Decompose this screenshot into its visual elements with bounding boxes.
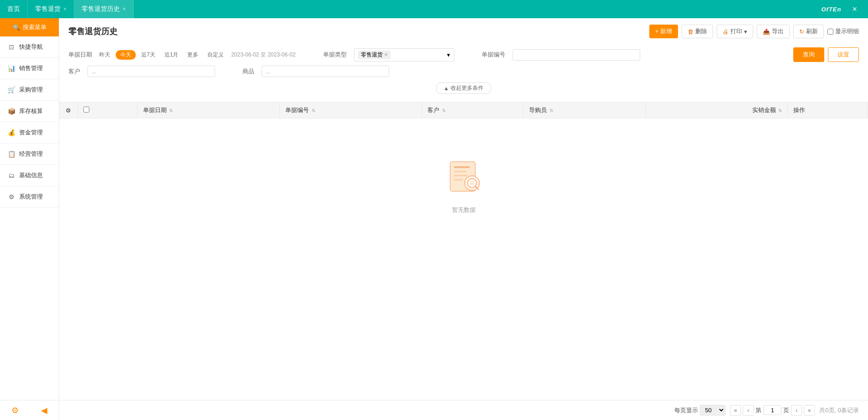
empty-illustration: [441, 155, 487, 200]
first-page-button[interactable]: «: [730, 405, 741, 416]
date-btn-yesterday[interactable]: 昨天: [96, 50, 114, 60]
th-gear[interactable]: ⚙: [59, 102, 77, 118]
date-btn-today[interactable]: 今天: [116, 50, 136, 60]
delete-button[interactable]: 🗑 删除: [682, 25, 713, 38]
main-layout: 🔍 搜索菜单 ⊡ 快捷导航 📊 销售管理 🛒 采购管理 📦 库存核算 💰: [0, 18, 868, 420]
empty-text: 暂无数据: [452, 206, 476, 214]
query-button[interactable]: 查询: [793, 47, 824, 62]
tab-list: 首页 零售退货 × 零售退货历史 ×: [0, 0, 134, 18]
prev-page-button[interactable]: ‹: [743, 405, 754, 416]
date-btn-custom[interactable]: 自定义: [204, 50, 227, 60]
filter-area: 单据日期 昨天 今天 近7天 近1月 更多 自定义 2023-06-02 至 2…: [68, 43, 859, 102]
setting-button[interactable]: 设置: [828, 47, 859, 62]
type-filter-item: 单据类型 零售退货 × ▾: [323, 48, 454, 61]
window-close-button[interactable]: ×: [848, 5, 861, 14]
tab-retail-return-history-close[interactable]: ×: [123, 6, 126, 12]
sidebar-item-management-label: 经营管理: [19, 150, 43, 158]
date-btn-1month[interactable]: 近1月: [161, 50, 182, 60]
sidebar-item-management[interactable]: 📋 经营管理: [0, 143, 59, 165]
sidebar-search-button[interactable]: 🔍 搜索菜单: [0, 18, 59, 36]
delete-button-label: 删除: [695, 27, 707, 36]
th-customer[interactable]: 客户 ⇅: [422, 102, 524, 118]
tab-home[interactable]: 首页: [0, 0, 28, 18]
page-title-row: 零售退货历史 + 新增 🗑 删除 🖨 打印 ▾ 📤: [68, 25, 859, 38]
query-button-label: 查询: [803, 51, 815, 59]
th-checkbox: [77, 102, 137, 118]
goods-filter-select[interactable]: ...: [262, 66, 389, 77]
doc-no-filter-item: 单据编号: [482, 49, 640, 61]
th-customer-label: 客户: [427, 107, 439, 113]
collapse-bar: ▲ 收起更多条件: [68, 81, 859, 96]
delete-icon: 🗑: [688, 28, 693, 35]
new-button[interactable]: + 新增: [649, 25, 678, 38]
empty-state: 暂无数据: [59, 118, 868, 251]
content-area: 零售退货历史 + 新增 🗑 删除 🖨 打印 ▾ 📤: [59, 18, 868, 420]
tab-retail-return-close[interactable]: ×: [63, 6, 67, 12]
export-button[interactable]: 📤 导出: [757, 25, 790, 38]
total-records-info: 共0页, 0条记录: [819, 406, 859, 415]
refresh-button[interactable]: ↻ 刷新: [793, 25, 824, 38]
goods-filter-label: 商品: [242, 67, 254, 76]
info-icon: 🗂: [7, 171, 15, 179]
data-table: ⚙ 单据日期 ⇅ 单据编号 ⇅ 客户: [59, 102, 868, 118]
query-setting-buttons: 查询 设置: [793, 47, 859, 62]
svg-rect-3: [454, 175, 467, 176]
page-number-input[interactable]: [763, 405, 781, 415]
sidebar-item-finance[interactable]: 💰 资金管理: [0, 122, 59, 143]
type-tag-text: 零售退货: [361, 51, 383, 59]
sidebar-item-home-label: 快捷导航: [19, 43, 43, 51]
doc-no-input[interactable]: [513, 49, 640, 61]
sidebar-gear-button[interactable]: ⚙: [11, 405, 19, 415]
print-button[interactable]: 🖨 打印 ▾: [717, 25, 753, 38]
next-page-button[interactable]: ›: [791, 405, 802, 416]
customer-filter-item: 客户 ...: [68, 66, 215, 77]
page-size-dropdown[interactable]: 50 10 20 100: [700, 405, 725, 415]
customer-filter-select[interactable]: ...: [87, 66, 215, 77]
brand-label: OfTEn: [821, 6, 841, 13]
sidebar-item-sales[interactable]: 📊 销售管理: [0, 58, 59, 79]
th-amount[interactable]: 实销金额 ⇅: [645, 102, 787, 118]
th-date[interactable]: 单据日期 ⇅: [137, 102, 279, 118]
sidebar-item-purchase[interactable]: 🛒 采购管理: [0, 79, 59, 101]
tab-retail-return-history[interactable]: 零售退货历史 ×: [74, 0, 134, 18]
customer-placeholder: ...: [92, 68, 97, 75]
type-tag-close[interactable]: ×: [385, 51, 388, 58]
th-date-label: 单据日期: [143, 107, 167, 113]
date-filter-item: 单据日期 昨天 今天 近7天 近1月 更多 自定义 2023-06-02 至 2…: [68, 50, 296, 60]
tab-retail-return[interactable]: 零售退货 ×: [28, 0, 74, 18]
sidebar-item-inventory[interactable]: 📦 库存核算: [0, 101, 59, 122]
svg-rect-4: [454, 179, 463, 180]
guide-sort-icon: ⇅: [550, 108, 553, 113]
sidebar-item-home[interactable]: ⊡ 快捷导航: [0, 36, 59, 58]
sidebar-item-basic-info[interactable]: 🗂 基础信息: [0, 165, 59, 186]
th-guide[interactable]: 导购员 ⇅: [524, 102, 646, 118]
print-chevron-icon: ▾: [744, 28, 747, 35]
amount-sort-icon: ⇅: [778, 108, 782, 113]
date-btn-7days[interactable]: 近7天: [138, 50, 159, 60]
type-filter-select[interactable]: 零售退货 × ▾: [354, 48, 454, 61]
tab-home-label: 首页: [7, 5, 20, 13]
show-detail-checkbox[interactable]: 显示明细: [827, 27, 859, 36]
sidebar-item-system[interactable]: ⚙ 系统管理: [0, 186, 59, 208]
th-amount-label: 实销金额: [752, 107, 776, 113]
collapse-button[interactable]: ▲ 收起更多条件: [436, 82, 492, 94]
th-doc-no[interactable]: 单据编号 ⇅: [279, 102, 421, 118]
date-btn-more[interactable]: 更多: [184, 50, 202, 60]
sidebar-collapse-button[interactable]: ◀: [41, 405, 47, 415]
svg-rect-1: [454, 166, 470, 168]
show-detail-checkbox-input[interactable]: [827, 29, 833, 35]
select-all-checkbox[interactable]: [83, 107, 89, 113]
tab-retail-return-label: 零售退货: [35, 5, 61, 13]
th-doc-no-label: 单据编号: [285, 107, 309, 113]
sidebar: 🔍 搜索菜单 ⊡ 快捷导航 📊 销售管理 🛒 采购管理 📦 库存核算 💰: [0, 18, 59, 420]
type-filter-label: 单据类型: [323, 51, 347, 59]
date-sort-icon: ⇅: [169, 108, 173, 113]
show-detail-label: 显示明细: [835, 27, 859, 36]
tab-retail-return-history-label: 零售退货历史: [82, 5, 120, 13]
last-page-button[interactable]: »: [804, 405, 815, 416]
content-header: 零售退货历史 + 新增 🗑 删除 🖨 打印 ▾ 📤: [59, 18, 868, 102]
collapse-button-label: 收起更多条件: [451, 84, 483, 92]
settings-icon: ⚙: [7, 193, 15, 201]
warehouse-icon: 📦: [7, 107, 15, 115]
customer-sort-icon: ⇅: [442, 108, 446, 113]
